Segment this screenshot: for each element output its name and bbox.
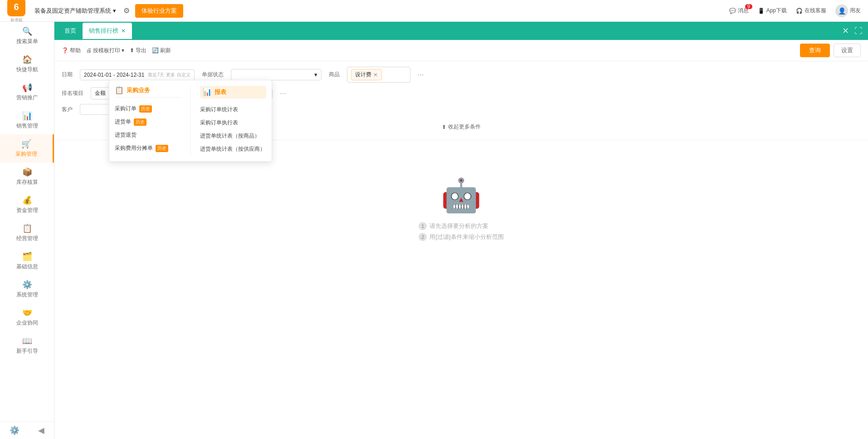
dropdown-item-purchase-return[interactable]: 进货退货 <box>115 128 181 142</box>
app-container: 6 标准版 装备及固定资产辅助管理系统 ▾ ⚙ 体验行业方案 💬 消息 9 📱 … <box>0 0 868 439</box>
refresh-btn[interactable]: 🔄 刷新 <box>152 47 171 54</box>
refresh-icon: 🔄 <box>152 47 159 54</box>
dropdown-item-in-stats-supplier[interactable]: 进货单统计表（按供应商） <box>200 143 267 156</box>
help-label: 帮助 <box>70 47 81 54</box>
folder-icon: 🗂️ <box>22 252 32 261</box>
home-icon: 🏠 <box>22 54 32 64</box>
online-service-label: 在线客服 <box>805 7 826 15</box>
user-btn[interactable]: 👤 用友 <box>835 5 861 17</box>
main-content: ❓ 帮助 🖨 按模板打印 ▾ ⬆ 导出 🔄 <box>54 40 868 439</box>
dropdown-item-purchase-expense[interactable]: 采购费用分摊单 历史 <box>115 142 181 155</box>
settings-btn[interactable]: 设置 <box>834 44 861 57</box>
sidebar-item-sales[interactable]: 📊 销售管理 <box>0 106 54 134</box>
sidebar-item-search[interactable]: 🔍 搜索菜单 <box>0 22 54 50</box>
app-download-btn[interactable]: 📱 App下载 <box>758 7 787 15</box>
empty-tip-1: 1 请先选择要分析的方案 <box>419 222 503 230</box>
dropdown-item-purchase-in[interactable]: 进货单 历史 <box>115 115 181 128</box>
print-btn[interactable]: 🖨 按模板打印 ▾ <box>86 47 124 54</box>
report-title-label: 报表 <box>215 88 226 96</box>
message-btn[interactable]: 💬 消息 9 <box>729 7 749 15</box>
sidebar-item-operation[interactable]: 📋 经营管理 <box>0 219 54 247</box>
voucher-status-select[interactable]: ▾ <box>231 69 322 80</box>
industry-btn[interactable]: 体验行业方案 <box>135 4 183 18</box>
user-label: 用友 <box>850 7 861 15</box>
tab-maximize-icon[interactable]: ⛶ <box>853 26 864 36</box>
sidebar-bottom: ⚙️ ◀ <box>0 421 54 439</box>
tip-label-1: 请先选择要分析的方案 <box>429 222 488 230</box>
purchase-in-label: 进货单 <box>115 118 131 126</box>
date-custom[interactable]: 自定义 <box>177 72 190 78</box>
tab-sales-rank-label: 销售排行榜 <box>89 27 118 35</box>
voucher-status-placeholder <box>235 72 312 78</box>
purchase-expense-label: 采购费用分摊单 <box>115 144 153 152</box>
date-more[interactable]: 更多 <box>166 72 175 78</box>
tip-num-1: 1 <box>419 222 427 230</box>
collapse-icon: ⬆ <box>442 124 446 130</box>
book-icon: 📖 <box>22 336 32 346</box>
logo-icon: 6 <box>7 0 25 16</box>
settings-icon[interactable]: ⚙ <box>123 6 130 15</box>
sidebar-item-collab[interactable]: 🤝 企业协同 <box>0 303 54 331</box>
goods-input[interactable]: 设计费 ✕ <box>347 67 410 83</box>
salesman-more-dots[interactable]: ··· <box>280 89 286 98</box>
report-title-icon: 📊 <box>203 88 212 96</box>
dropdown-arrow-icon: ▾ <box>113 7 116 14</box>
dropdown-item-in-stats-goods[interactable]: 进货单统计表（按商品） <box>200 129 267 143</box>
empty-tip-2: 2 用[过滤]条件来缩小分析范围 <box>419 233 503 241</box>
sidebar-item-label: 营销推广 <box>16 94 38 102</box>
history-badge-1: 历史 <box>139 105 152 113</box>
query-btn[interactable]: 查询 <box>800 44 830 57</box>
export-label: 导出 <box>136 47 146 54</box>
collapse-btn[interactable]: ⬆ 收起更多条件 <box>442 123 481 131</box>
date-option-7days[interactable]: 最近7天 <box>148 72 164 78</box>
print-label: 按模板打印 <box>93 47 120 54</box>
help-btn[interactable]: ❓ 帮助 <box>62 47 81 54</box>
chart-icon: 📊 <box>22 111 32 121</box>
tab-sales-rank[interactable]: 销售排行榜 ✕ <box>83 23 132 39</box>
clipboard-icon: 📋 <box>22 223 32 233</box>
collapse-sidebar-icon[interactable]: ◀ <box>38 425 44 435</box>
sidebar-item-finance[interactable]: 💰 资金管理 <box>0 191 54 219</box>
sidebar-item-marketing[interactable]: 📢 营销推广 <box>0 78 54 106</box>
tab-close-icon[interactable]: ✕ <box>121 28 126 34</box>
dropdown-item-purchase-order[interactable]: 采购订单 历史 <box>115 102 181 115</box>
in-stats-goods-label: 进货单统计表（按商品） <box>200 132 260 140</box>
sidebar: 🔍 搜索菜单 🏠 快捷导航 📢 营销推广 📊 销售管理 🛒 采购管 <box>0 22 54 439</box>
message-icon: 💬 <box>729 8 736 14</box>
sidebar-item-system[interactable]: ⚙️ 系统管理 <box>0 275 54 303</box>
print-dropdown-icon: ▾ <box>122 47 124 54</box>
settings-bottom-icon[interactable]: ⚙️ <box>10 425 20 435</box>
sidebar-item-guide[interactable]: 📖 新手引导 <box>0 331 54 360</box>
sidebar-item-basic[interactable]: 🗂️ 基础信息 <box>0 247 54 275</box>
phone-icon: 📱 <box>758 8 765 14</box>
empty-illustration: 🤖 <box>441 176 482 215</box>
system-title-dropdown[interactable]: 装备及固定资产辅助管理系统 ▾ <box>31 7 116 15</box>
gear-icon: ⚙️ <box>22 280 32 290</box>
export-btn[interactable]: ⬆ 导出 <box>130 47 146 54</box>
dropdown-report-title: 📊 报表 <box>200 86 267 99</box>
tab-home[interactable]: 首页 <box>58 23 83 39</box>
search-icon: 🔍 <box>22 26 32 36</box>
sidebar-item-inventory[interactable]: 📦 库存核算 <box>0 163 54 191</box>
customer-label: 客户 <box>62 106 73 113</box>
top-right: 💬 消息 9 📱 App下载 🎧 在线客服 👤 用友 <box>729 5 861 17</box>
voucher-status-dropdown-icon: ▾ <box>314 71 317 78</box>
date-label: 日期 <box>62 71 73 79</box>
goods-tag-label: 设计费 <box>355 71 371 79</box>
sidebar-item-nav[interactable]: 🏠 快捷导航 <box>0 50 54 78</box>
goods-tag-remove[interactable]: ✕ <box>373 72 378 78</box>
online-service-btn[interactable]: 🎧 在线客服 <box>796 7 826 15</box>
sidebar-item-label: 新手引导 <box>16 347 38 355</box>
sidebar-item-purchase[interactable]: 🛒 采购管理 <box>0 134 54 163</box>
tab-close-all-icon[interactable]: ✕ <box>840 26 851 36</box>
collapse-label: 收起更多条件 <box>448 123 481 131</box>
goods-more-dots[interactable]: ··· <box>418 71 424 79</box>
print-icon: 🖨 <box>86 47 92 54</box>
dropdown-item-order-exec[interactable]: 采购订单执行表 <box>200 116 267 129</box>
dropdown-purchase-title: 📋 采购业务 <box>115 86 181 98</box>
sidebar-item-label: 库存核算 <box>16 178 38 186</box>
dropdown-item-order-stats[interactable]: 采购订单统计表 <box>200 103 267 116</box>
system-title: 装备及固定资产辅助管理系统 <box>34 7 111 15</box>
date-value: 2024-01-01 - 2024-12-31 <box>84 72 144 78</box>
date-range-input[interactable]: 2024-01-01 - 2024-12-31 最近7天 更多 自定义 <box>80 69 195 80</box>
